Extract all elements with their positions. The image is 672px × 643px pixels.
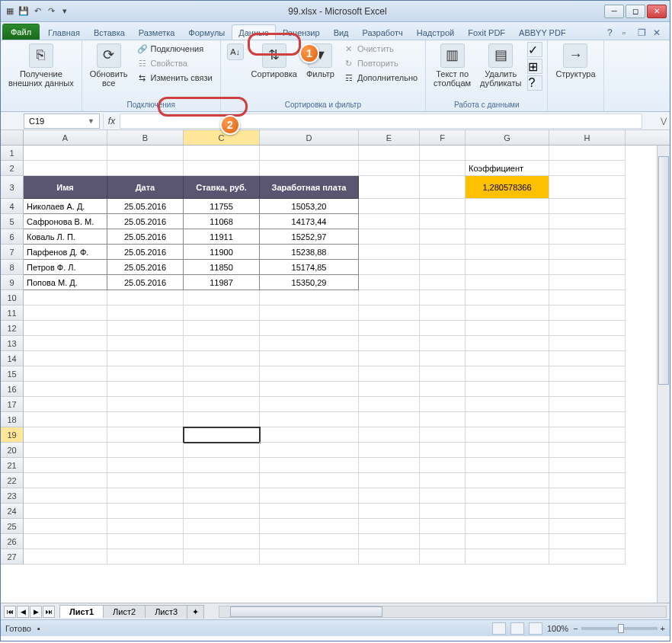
cell[interactable] (260, 336, 359, 351)
cell[interactable] (420, 290, 466, 306)
cell[interactable] (420, 519, 466, 534)
cell[interactable]: 15350,29 (260, 275, 359, 290)
cell[interactable] (549, 473, 626, 488)
col-header[interactable]: E (359, 130, 420, 145)
row-header[interactable]: 15 (1, 366, 24, 382)
cell[interactable] (420, 488, 466, 504)
row-header[interactable]: 18 (1, 412, 24, 427)
cell[interactable] (359, 306, 420, 321)
row-header[interactable]: 17 (1, 397, 24, 412)
row-header[interactable]: 1 (1, 146, 24, 161)
cell[interactable] (359, 473, 420, 488)
cell[interactable] (549, 458, 626, 473)
row-header[interactable]: 12 (1, 321, 24, 336)
cell[interactable] (549, 397, 626, 412)
cell[interactable]: 15174,85 (260, 260, 359, 275)
cell[interactable] (549, 245, 626, 260)
cell[interactable] (549, 176, 626, 199)
cell[interactable] (420, 199, 466, 214)
minimize-button[interactable]: ─ (604, 5, 624, 18)
cell[interactable] (260, 161, 359, 176)
cell[interactable] (184, 351, 260, 366)
cell[interactable] (466, 290, 549, 306)
cell[interactable] (549, 488, 626, 504)
cell[interactable] (260, 443, 359, 458)
cell[interactable] (359, 290, 420, 306)
cell[interactable] (107, 336, 184, 351)
tab-addins[interactable]: Надстрой (410, 24, 461, 40)
cell[interactable] (359, 351, 420, 366)
sheet-tab[interactable]: Лист1 (59, 605, 104, 618)
cell[interactable] (359, 488, 420, 504)
row-header[interactable]: 13 (1, 336, 24, 351)
cell[interactable] (107, 549, 184, 565)
cell[interactable] (359, 549, 420, 565)
cell[interactable] (420, 214, 466, 229)
cell[interactable] (24, 488, 107, 504)
col-header[interactable]: D (260, 130, 359, 145)
row-header[interactable]: 3 (1, 176, 24, 199)
cell[interactable] (549, 306, 626, 321)
remove-duplicates-button[interactable]: ▤ Удалить дубликаты (477, 42, 524, 89)
cell[interactable]: 15252,97 (260, 229, 359, 245)
cell[interactable] (107, 412, 184, 427)
redo-icon[interactable]: ↷ (45, 5, 57, 18)
insert-function-button[interactable]: fx (103, 114, 120, 129)
cell[interactable] (184, 534, 260, 549)
cell[interactable] (420, 427, 466, 443)
cell[interactable] (420, 229, 466, 245)
cell[interactable] (24, 306, 107, 321)
row-header[interactable]: 24 (1, 504, 24, 519)
cell[interactable] (184, 412, 260, 427)
cell[interactable] (549, 504, 626, 519)
cell[interactable] (184, 321, 260, 336)
sheet-tab[interactable]: Лист2 (103, 605, 146, 618)
cell[interactable] (549, 351, 626, 366)
cell[interactable] (466, 427, 549, 443)
cell[interactable] (420, 366, 466, 382)
cell[interactable] (24, 321, 107, 336)
cell[interactable]: 15238,88 (260, 245, 359, 260)
cell[interactable] (107, 504, 184, 519)
name-box[interactable]: C19 ▼ (24, 114, 100, 129)
cell[interactable] (466, 534, 549, 549)
cell[interactable] (549, 260, 626, 275)
cell[interactable] (260, 351, 359, 366)
cell[interactable]: 11900 (184, 245, 260, 260)
row-header[interactable]: 27 (1, 549, 24, 565)
advanced-filter-button[interactable]: ☶Дополнительно (341, 71, 421, 85)
cell[interactable] (24, 161, 107, 176)
filter-button[interactable]: ▼ Фильтр (303, 42, 338, 80)
zoom-in-button[interactable]: + (661, 624, 665, 633)
cell[interactable] (359, 504, 420, 519)
cell[interactable] (184, 488, 260, 504)
cell[interactable]: Коваль Л. П. (24, 229, 107, 245)
cell[interactable]: 11068 (184, 214, 260, 229)
cell[interactable] (420, 351, 466, 366)
row-header[interactable]: 14 (1, 351, 24, 366)
row-header[interactable]: 7 (1, 245, 24, 260)
cell[interactable] (420, 504, 466, 519)
row-header[interactable]: 26 (1, 534, 24, 549)
edit-links-button[interactable]: ⇆Изменить связи (134, 71, 216, 85)
cell[interactable] (24, 427, 107, 443)
cell[interactable] (420, 443, 466, 458)
cell[interactable] (420, 412, 466, 427)
cell[interactable] (466, 351, 549, 366)
cell[interactable] (184, 146, 260, 161)
cell[interactable]: 11911 (184, 229, 260, 245)
cell[interactable] (184, 306, 260, 321)
cell[interactable] (184, 366, 260, 382)
cell[interactable] (359, 321, 420, 336)
cell[interactable] (466, 397, 549, 412)
cell[interactable]: 25.05.2016 (107, 245, 184, 260)
cell[interactable] (359, 412, 420, 427)
cell[interactable]: Петров Ф. Л. (24, 260, 107, 275)
cell[interactable] (420, 161, 466, 176)
cell[interactable] (420, 306, 466, 321)
col-header[interactable]: G (466, 130, 549, 145)
cell[interactable]: Ставка, руб. (184, 176, 260, 199)
cell[interactable]: 11755 (184, 199, 260, 214)
cell[interactable] (107, 473, 184, 488)
cell[interactable] (420, 534, 466, 549)
